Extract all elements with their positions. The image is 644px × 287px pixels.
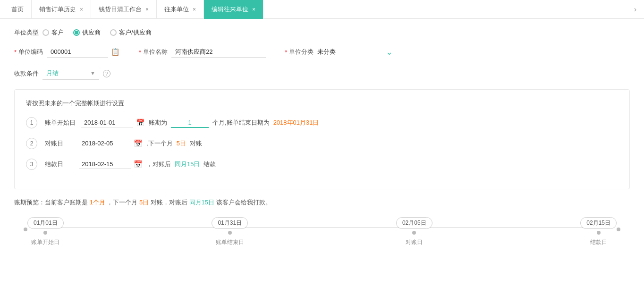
step-2-cal-icon[interactable]: 📅 bbox=[134, 139, 143, 148]
radio-group-unit-type: 客户 供应商 客户/供应商 bbox=[42, 28, 152, 37]
step-2-num: 2 bbox=[26, 138, 37, 149]
step-3-highlight: 同月15日 bbox=[175, 160, 200, 169]
step-3-row: 3 结款日 📅 ，对账后 同月15日 结款 bbox=[26, 159, 618, 170]
tab-home[interactable]: 首页 bbox=[4, 0, 32, 19]
step-3-text2: 结款 bbox=[203, 160, 216, 169]
preview-sep2: 对账，对账后 bbox=[151, 199, 187, 206]
step-2-text2: 对账 bbox=[190, 139, 202, 148]
step-2-date-input[interactable] bbox=[79, 139, 131, 148]
unit-category-value: 未分类 bbox=[317, 48, 382, 56]
payment-help-icon[interactable]: ? bbox=[103, 70, 110, 77]
tabs-bar: 首页 销售订单历史 × 钱货日清工作台 × 往来单位 × 编辑往来单位 × › bbox=[0, 0, 644, 19]
step-3-label: 结款日 bbox=[45, 160, 73, 169]
tab-sales-history[interactable]: 销售订单历史 × bbox=[32, 0, 91, 19]
timeline-right-end bbox=[617, 228, 620, 231]
timeline-label-1: 账单开始日 bbox=[31, 238, 59, 246]
tab-cash-work-close[interactable]: × bbox=[145, 6, 149, 13]
main-content: 单位类型 客户 供应商 客户/供应商 * 单位编码 📋 * 单位名称 bbox=[0, 19, 644, 287]
unit-name-input[interactable] bbox=[171, 46, 266, 58]
payment-dropdown[interactable]: 月结 ▼ bbox=[42, 67, 99, 80]
timeline-node-4: 02月15日 结款日 bbox=[580, 217, 617, 246]
timeline-dot-4 bbox=[597, 231, 601, 235]
radio-both-circle bbox=[110, 29, 117, 36]
timeline-left-end bbox=[24, 228, 27, 231]
timeline-left-dot bbox=[24, 228, 27, 231]
tab-sales-history-label: 销售订单历史 bbox=[39, 5, 76, 14]
unit-category-group: * 单位分类 未分类 ⌄ bbox=[285, 47, 393, 57]
timeline-container: 01月01日 账单开始日 01月31日 账单结束日 02月05日 对账日 bbox=[14, 217, 630, 246]
payment-dropdown-arrow-icon: ▼ bbox=[90, 70, 95, 76]
radio-supplier[interactable]: 供应商 bbox=[73, 28, 101, 37]
unit-name-star: * bbox=[139, 49, 141, 56]
unit-code-group: * 单位编码 📋 bbox=[14, 46, 120, 58]
step-2-row: 2 对账日 📅 ,下一个月 5日 对账 bbox=[26, 138, 618, 149]
timeline-badge-1: 01月01日 bbox=[27, 217, 64, 229]
preview-text: 账期预览：当前客户账期是 1个月 ，下一个月 5日 对账，对账后 同月15日 该… bbox=[14, 197, 630, 208]
unit-code-copy-icon[interactable]: 📋 bbox=[111, 48, 120, 56]
step-1-end-date: 2018年01月31日 bbox=[273, 118, 319, 127]
unit-code-star: * bbox=[14, 49, 17, 56]
tab-edit-unit-close[interactable]: × bbox=[252, 6, 255, 13]
tab-unit[interactable]: 往来单位 × bbox=[157, 0, 204, 19]
radio-supplier-label: 供应商 bbox=[82, 28, 101, 37]
unit-category-arrow-icon: ⌄ bbox=[386, 47, 393, 57]
tab-cash-work[interactable]: 钱货日清工作台 × bbox=[91, 0, 157, 19]
preview-part1: 1个月 bbox=[90, 199, 105, 206]
step-2-text1: ,下一个月 bbox=[146, 139, 173, 148]
payment-row: 收款条件 月结 ▼ ? bbox=[14, 67, 630, 80]
card-title: 请按照未来的一个完整帐期进行设置 bbox=[26, 99, 618, 108]
preview-part2: 5日 bbox=[139, 199, 149, 206]
unit-category-star: * bbox=[285, 49, 287, 56]
step-1-num-input[interactable] bbox=[171, 118, 209, 128]
step-2-label: 对账日 bbox=[45, 139, 73, 148]
timeline-dot-1 bbox=[43, 231, 47, 235]
timeline-node-2: 01月31日 账单结束日 bbox=[212, 217, 248, 246]
timeline-badge-3: 02月05日 bbox=[396, 217, 432, 229]
timeline-line bbox=[52, 228, 592, 228]
preview-sep3: 该客户会给我打款。 bbox=[216, 199, 271, 206]
timeline-node-3: 02月05日 对账日 bbox=[396, 217, 432, 246]
tabs-arrow[interactable]: › bbox=[630, 5, 640, 14]
payment-label: 收款条件 bbox=[14, 69, 39, 78]
tab-edit-unit-label: 编辑往来单位 bbox=[212, 5, 248, 14]
step-3-date-input[interactable] bbox=[79, 160, 131, 169]
step-1-num: 1 bbox=[26, 117, 37, 128]
timeline-label-3: 对账日 bbox=[406, 238, 423, 246]
unit-category-select[interactable]: 未分类 ⌄ bbox=[317, 47, 393, 57]
timeline-badge-4: 02月15日 bbox=[580, 217, 617, 229]
step-1-cal-icon[interactable]: 📅 bbox=[136, 118, 145, 127]
unit-category-label: 单位分类 bbox=[289, 48, 314, 56]
tab-sales-history-close[interactable]: × bbox=[80, 6, 83, 13]
preview-part3: 同月15日 bbox=[189, 199, 214, 206]
tab-home-label: 首页 bbox=[11, 5, 24, 14]
radio-customer[interactable]: 客户 bbox=[42, 28, 64, 37]
unit-type-label: 单位类型 bbox=[14, 28, 39, 37]
main-fields-row: * 单位编码 📋 * 单位名称 * 单位分类 未分类 ⌄ bbox=[14, 46, 630, 58]
radio-customer-label: 客户 bbox=[51, 28, 64, 37]
radio-both[interactable]: 客户/供应商 bbox=[110, 28, 152, 37]
preview-sep1: ，下一个月 bbox=[107, 199, 137, 206]
unit-type-row: 单位类型 客户 供应商 客户/供应商 bbox=[14, 28, 630, 37]
step-3-text1: ，对账后 bbox=[146, 160, 171, 169]
step-1-text-period: 账期为 bbox=[149, 118, 167, 127]
payment-value: 月结 bbox=[46, 69, 87, 77]
step-1-label: 账单开始日 bbox=[45, 118, 76, 127]
step-2-highlight: 5日 bbox=[177, 139, 186, 148]
unit-code-label: 单位编码 bbox=[18, 48, 43, 56]
timeline-nodes: 01月01日 账单开始日 01月31日 账单结束日 02月05日 对账日 bbox=[24, 217, 620, 246]
tab-unit-close[interactable]: × bbox=[193, 6, 196, 13]
timeline-right-dot bbox=[617, 228, 620, 231]
radio-customer-circle bbox=[42, 29, 49, 36]
tab-unit-label: 往来单位 bbox=[164, 5, 189, 14]
unit-name-label: 单位名称 bbox=[143, 48, 168, 56]
tab-edit-unit[interactable]: 编辑往来单位 × bbox=[204, 0, 263, 19]
radio-both-label: 客户/供应商 bbox=[119, 28, 152, 37]
step-1-text-month: 个月,账单结束日期为 bbox=[212, 118, 270, 127]
step-3-cal-icon[interactable]: 📅 bbox=[134, 160, 143, 169]
step-1-date-input[interactable] bbox=[81, 118, 133, 127]
unit-name-group: * 单位名称 bbox=[139, 46, 266, 58]
unit-code-input[interactable] bbox=[47, 46, 108, 58]
tab-cash-work-label: 钱货日清工作台 bbox=[99, 5, 142, 14]
timeline-node-1: 01月01日 账单开始日 bbox=[27, 217, 64, 246]
step-1-row: 1 账单开始日 📅 账期为 个月,账单结束日期为 2018年01月31日 bbox=[26, 117, 618, 128]
